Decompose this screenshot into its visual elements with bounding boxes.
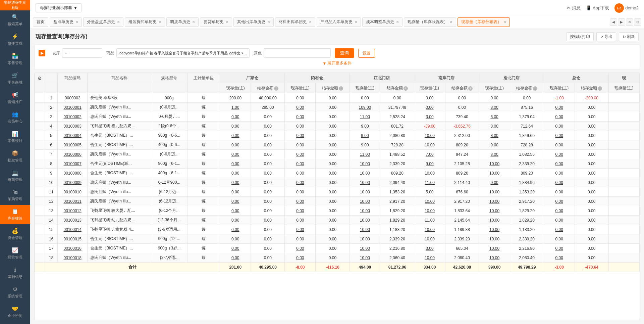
cell-c3qty-6[interactable]: 11.00: [350, 150, 380, 159]
cell-c2qty-10[interactable]: 0.00: [285, 187, 316, 197]
sidebar-logo[interactable]: 畅捷通好生意标版: [0, 0, 30, 10]
cell-c3qty-0[interactable]: 0.00: [350, 93, 380, 103]
cell-c1qty-0[interactable]: 200.00: [220, 93, 251, 103]
cell-tqty-8[interactable]: 0.00: [544, 169, 575, 178]
cell-c3qty-9[interactable]: 10.00: [350, 178, 380, 187]
cell-c1qty-5[interactable]: 0.00: [220, 140, 251, 150]
cell-c2qty-11[interactable]: 0.00: [285, 197, 316, 206]
cell-c2qty-9[interactable]: 0.00: [285, 178, 316, 187]
cell-c1qty-15[interactable]: 0.00: [220, 234, 251, 244]
sidebar-item-8[interactable]: 💻电商管理: [0, 166, 30, 186]
cell-c1qty-16[interactable]: 0.00: [220, 244, 251, 253]
sidebar-item-13[interactable]: ℹ基础信息: [0, 263, 30, 283]
collapse-btn[interactable]: ▶: [39, 50, 45, 56]
cell-c4qty-16[interactable]: 3.00: [414, 244, 445, 253]
cell-code-1[interactable]: 00100001: [58, 103, 88, 112]
cell-code-9[interactable]: 00100009: [58, 178, 88, 187]
cell-c4qty-15[interactable]: 10.00: [414, 234, 445, 244]
cell-c2qty-14[interactable]: 0.00: [285, 225, 316, 234]
store-selector[interactable]: 母婴行业演示陈套 ▼: [36, 3, 82, 12]
cell-c1qty-4[interactable]: 0.00: [220, 131, 251, 140]
cell-tqty-1[interactable]: 0.00: [544, 103, 575, 112]
cell-code-3[interactable]: 00100003: [58, 122, 88, 131]
cell-tqty-14[interactable]: 0.00: [544, 225, 575, 234]
cell-c1qty-2[interactable]: 0.00: [220, 112, 251, 122]
cell-c4qty-7[interactable]: 9.00: [414, 159, 445, 169]
cell-code-8[interactable]: 00100008: [58, 169, 88, 178]
nav-tab-10[interactable]: 现存量（库存状况表）✕: [404, 17, 456, 27]
cell-c3qty-15[interactable]: 10.00: [350, 234, 380, 244]
cell-c3qty-13[interactable]: 10.00: [350, 216, 380, 225]
cell-c1qty-10[interactable]: 0.00: [220, 187, 251, 197]
cell-c3qty-12[interactable]: 10.00: [350, 206, 380, 216]
cell-c5qty-13[interactable]: 10.00: [479, 216, 510, 225]
cell-code-17[interactable]: 00100018: [58, 253, 88, 263]
search-btn[interactable]: 查询: [335, 48, 354, 58]
cell-c5qty-12[interactable]: 10.00: [479, 206, 510, 216]
info-icon-c1[interactable]: i: [274, 86, 278, 91]
message-btn[interactable]: ✉ 消息: [567, 5, 581, 11]
cell-tqty-17[interactable]: 0.00: [544, 253, 575, 263]
cell-c4qty-11[interactable]: 10.00: [414, 197, 445, 206]
nav-close-btn[interactable]: ✕: [626, 18, 633, 26]
cell-c4qty-3[interactable]: -39.00: [414, 122, 445, 131]
cell-c1qty-9[interactable]: 0.00: [220, 178, 251, 187]
nav-tab-11[interactable]: 现存量（库存分布表）✕: [458, 17, 510, 27]
cell-c1qty-13[interactable]: 0.00: [220, 216, 251, 225]
cell-c4qty-10[interactable]: 5.00: [414, 187, 445, 197]
cell-c1qty-8[interactable]: 0.00: [220, 169, 251, 178]
cell-c4qty-8[interactable]: 10.00: [414, 169, 445, 178]
cell-code-10[interactable]: 00100010: [58, 187, 88, 197]
cell-c2qty-16[interactable]: 0.00: [285, 244, 316, 253]
cell-c1qty-3[interactable]: 0.00: [220, 122, 251, 131]
cell-tqty-15[interactable]: 0.00: [544, 234, 575, 244]
cell-c2qty-13[interactable]: 0.00: [285, 216, 316, 225]
cell-code-13[interactable]: 00100013: [58, 216, 88, 225]
cell-c1qty-17[interactable]: 0.00: [220, 253, 251, 263]
cell-c4qty-0[interactable]: 0.00: [414, 93, 445, 103]
sidebar-item-16[interactable]: 🎯新手引导: [0, 322, 30, 324]
cell-c3qty-11[interactable]: 10.00: [350, 197, 380, 206]
cell-c3qty-7[interactable]: 10.00: [350, 159, 380, 169]
cell-c4qty-6[interactable]: 7.00: [414, 150, 445, 159]
sidebar-item-1[interactable]: ⚡快捷导航: [0, 30, 30, 49]
nav-tab-5[interactable]: 要货单历史✕: [200, 17, 232, 27]
cell-code-14[interactable]: 00100014: [58, 225, 88, 234]
info-icon-c4[interactable]: i: [468, 86, 473, 91]
nav-tab-9[interactable]: 成本调整单历史✕: [362, 17, 402, 27]
cell-tqty-6[interactable]: 0.00: [544, 150, 575, 159]
cell-c5qty-9[interactable]: 9.00: [479, 178, 510, 187]
cell-c2qty-3[interactable]: 0.00: [285, 122, 316, 131]
cell-c5qty-16[interactable]: 10.00: [479, 244, 510, 253]
cell-c2qty-5[interactable]: 0.00: [285, 140, 316, 150]
cell-c4qty-5[interactable]: 10.00: [414, 140, 445, 150]
cell-c4qty-12[interactable]: 10.00: [414, 206, 445, 216]
nav-tab-7[interactable]: 材料出库单历史✕: [275, 17, 315, 27]
cell-tqty-9[interactable]: 0.00: [544, 178, 575, 187]
sidebar-item-0[interactable]: 🔍搜索英单: [0, 10, 30, 30]
cell-c3qty-5[interactable]: 9.00: [350, 140, 380, 150]
cell-tqty-0[interactable]: -1.00: [544, 93, 575, 103]
warehouse-input[interactable]: ···: [62, 48, 102, 58]
cell-c2qty-7[interactable]: 0.00: [285, 159, 316, 169]
cell-c4qty-1[interactable]: 0.00: [414, 103, 445, 112]
nav-tab-3[interactable]: 组装拆卸单历史✕: [125, 17, 165, 27]
sidebar-item-10[interactable]: 📋库存核算: [0, 205, 30, 224]
cell-c2qty-2[interactable]: 0.00: [285, 112, 316, 122]
sidebar-item-11[interactable]: 💰资金管理: [0, 224, 30, 244]
cell-c5qty-15[interactable]: 10.00: [479, 234, 510, 244]
nav-tab-close-9[interactable]: ✕: [396, 20, 399, 24]
nav-tab-close-1[interactable]: ✕: [75, 20, 78, 24]
nav-tab-0[interactable]: 首页: [33, 17, 48, 27]
cell-c1qty-1[interactable]: 1.00: [220, 103, 251, 112]
cell-tqty-4[interactable]: 0.00: [544, 131, 575, 140]
nav-tab-close-2[interactable]: ✕: [117, 20, 120, 24]
nav-tab-close-5[interactable]: ✕: [226, 20, 228, 24]
cell-c3qty-3[interactable]: 9.00: [350, 122, 380, 131]
cell-c2qty-12[interactable]: 0.00: [285, 206, 316, 216]
cell-c1qty-12[interactable]: 0.00: [220, 206, 251, 216]
sidebar-item-9[interactable]: 🛍采购管理: [0, 186, 30, 205]
settings-btn[interactable]: 设置: [358, 49, 375, 58]
cell-c3qty-10[interactable]: 10.00: [350, 187, 380, 197]
sidebar-item-14[interactable]: ⚙系统管理: [0, 283, 30, 302]
